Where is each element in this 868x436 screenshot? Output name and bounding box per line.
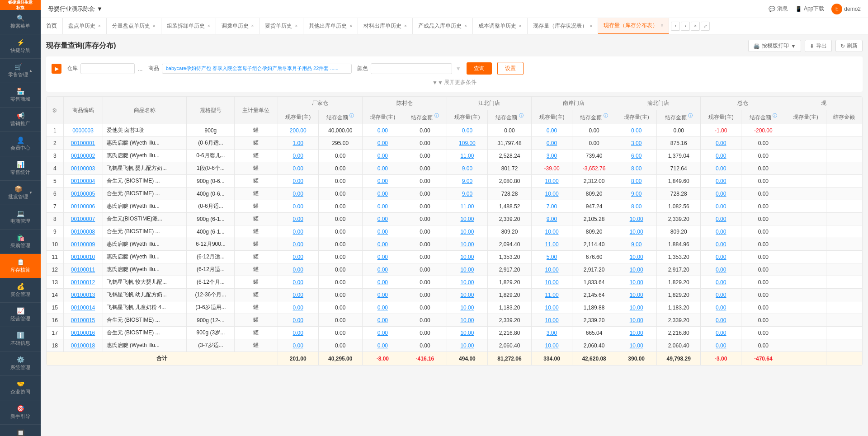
filter-toggle-btn[interactable]: ▶	[52, 64, 61, 74]
sidebar-item-apps[interactable]: 🔲 应用中心	[0, 425, 41, 436]
sidebar-item-wholesale[interactable]: 📦 批发管理 ▼	[0, 181, 41, 205]
message-btn[interactable]: 💬 消息	[769, 5, 788, 13]
color-dropdown[interactable]: ▼	[456, 66, 461, 72]
cell-na-qty[interactable]: 0.00	[531, 137, 572, 150]
cell-cp-qty[interactable]: 0.00	[362, 301, 403, 314]
cell-na-qty[interactable]: 11.00	[531, 289, 572, 301]
cell-code[interactable]: 00100007	[63, 213, 103, 225]
cell-jb-qty[interactable]: 0.00	[447, 124, 487, 137]
cell-total-qty[interactable]: 0.00	[701, 225, 741, 238]
tab-order[interactable]: 要货单历史 ×	[259, 18, 303, 34]
tab-close-product[interactable]: ×	[464, 23, 467, 28]
cell-yb-qty[interactable]: 10.00	[616, 314, 657, 327]
cell-f-qty[interactable]: 0.00	[278, 188, 318, 200]
tab-close-stocktake[interactable]: ×	[98, 23, 101, 28]
cell-na-qty[interactable]: 10.00	[531, 263, 572, 276]
tab-close-cost[interactable]: ×	[519, 23, 522, 28]
tab-assembly[interactable]: 组装拆卸单历史 ×	[161, 18, 216, 34]
cell-cp-qty[interactable]: 0.00	[362, 327, 403, 339]
cell-f-qty[interactable]: 0.00	[278, 175, 318, 188]
warehouse-input[interactable]	[80, 63, 135, 74]
cell-na-qty[interactable]: 0.00	[531, 124, 572, 137]
cell-na-qty[interactable]: 9.00	[531, 213, 572, 225]
tab-stock-dist[interactable]: 现存量（库存分布表） ×	[598, 18, 669, 34]
cell-f-qty[interactable]: 0.00	[278, 251, 318, 263]
sidebar-item-operations[interactable]: 📈 经营管理	[0, 303, 41, 327]
sidebar-item-ecommerce[interactable]: 💻 电商管理	[0, 205, 41, 230]
cell-f-qty[interactable]: 0.00	[278, 150, 318, 162]
cell-f-qty[interactable]: 0.00	[278, 238, 318, 251]
cell-cp-qty[interactable]: 0.00	[362, 263, 403, 276]
cell-code[interactable]: 00100016	[63, 327, 103, 339]
cell-jb-qty[interactable]: 10.00	[447, 339, 487, 352]
tab-material-outbound[interactable]: 材料出库单历史 ×	[358, 18, 413, 34]
tab-transfer[interactable]: 调拨单历史 ×	[216, 18, 260, 34]
cell-f-qty[interactable]: 0.00	[278, 200, 318, 213]
cell-jb-qty[interactable]: 10.00	[447, 289, 487, 301]
cell-code[interactable]: 00100011	[63, 263, 103, 276]
cell-total-qty[interactable]: 0.00	[701, 251, 741, 263]
color-input[interactable]	[371, 63, 452, 74]
cell-f-qty[interactable]: 0.00	[278, 289, 318, 301]
cell-jb-qty[interactable]: 9.00	[447, 175, 487, 188]
cell-total-qty[interactable]: 0.00	[701, 301, 741, 314]
cell-yb-qty[interactable]: 10.00	[616, 225, 657, 238]
cell-total-qty[interactable]: 0.00	[701, 188, 741, 200]
sidebar-item-collab[interactable]: 🤝 企业协同	[0, 376, 41, 400]
cell-f-qty[interactable]: 0.00	[278, 327, 318, 339]
cell-yb-qty[interactable]: 8.00	[616, 162, 657, 175]
cell-jb-qty[interactable]: 10.00	[447, 276, 487, 289]
tab-home[interactable]: 首页	[41, 18, 63, 34]
cell-yb-qty[interactable]: 0.00	[616, 124, 657, 137]
cell-total-qty[interactable]: 0.00	[701, 175, 741, 188]
cell-na-qty[interactable]: 10.00	[531, 301, 572, 314]
cell-yb-qty[interactable]: 9.00	[616, 238, 657, 251]
setting-btn[interactable]: 设置	[497, 62, 524, 75]
cell-cp-qty[interactable]: 0.00	[362, 162, 403, 175]
cell-na-qty[interactable]: -39.00	[531, 162, 572, 175]
sidebar-item-stats[interactable]: 📊 零售统计	[0, 156, 41, 181]
industry-dropdown[interactable]: 母婴行业演示陈套 ▼	[48, 5, 103, 13]
cell-yb-qty[interactable]: 10.00	[616, 263, 657, 276]
sidebar-item-search[interactable]: 🔍 搜索英单	[0, 10, 41, 34]
sidebar-item-mall[interactable]: 🏪 零售商城	[0, 83, 41, 108]
cell-code[interactable]: 00100003	[63, 162, 103, 175]
print-btn[interactable]: 🖨️ 按模版打印 ▼	[748, 40, 801, 52]
cell-total-qty[interactable]: 0.00	[701, 162, 741, 175]
cell-total-qty[interactable]: 0.00	[701, 289, 741, 301]
cell-jb-qty[interactable]: 11.00	[447, 150, 487, 162]
cell-cp-qty[interactable]: 0.00	[362, 339, 403, 352]
cell-na-qty[interactable]: 10.00	[531, 225, 572, 238]
cell-total-qty[interactable]: -1.00	[701, 124, 741, 137]
cell-f-qty[interactable]: 0.00	[278, 225, 318, 238]
cell-cp-qty[interactable]: 0.00	[362, 314, 403, 327]
cell-cp-qty[interactable]: 0.00	[362, 150, 403, 162]
cell-yb-qty[interactable]: 8.00	[616, 175, 657, 188]
cell-cp-qty[interactable]: 0.00	[362, 188, 403, 200]
cell-code[interactable]: 0000003	[63, 124, 103, 137]
cell-code[interactable]: 00100014	[63, 301, 103, 314]
cell-cp-qty[interactable]: 0.00	[362, 225, 403, 238]
cell-na-qty[interactable]: 11.00	[531, 238, 572, 251]
cell-code[interactable]: 00100018	[63, 339, 103, 352]
sidebar-item-system[interactable]: ⚙️ 系统管理	[0, 352, 41, 376]
nav-expand[interactable]: ⤢	[701, 22, 710, 31]
cell-f-qty[interactable]: 0.00	[278, 213, 318, 225]
expand-btn[interactable]: ▼▼ 展开更多条件	[432, 79, 476, 86]
tab-close-order[interactable]: ×	[295, 23, 297, 28]
cell-f-qty[interactable]: 0.00	[278, 276, 318, 289]
cell-jb-qty[interactable]: 10.00	[447, 263, 487, 276]
cell-code[interactable]: 00100009	[63, 238, 103, 251]
cell-na-qty[interactable]: 10.00	[531, 314, 572, 327]
cell-jb-qty[interactable]: 11.00	[447, 200, 487, 213]
cell-jb-qty[interactable]: 10.00	[447, 251, 487, 263]
cell-f-qty[interactable]: 1.00	[278, 137, 318, 150]
tab-sub-stocktake[interactable]: 分量盘点单历史 ×	[107, 18, 161, 34]
cell-na-qty[interactable]: 10.00	[531, 188, 572, 200]
sidebar-item-marketing[interactable]: 📢 营销推广	[0, 108, 41, 132]
cell-yb-qty[interactable]: 10.00	[616, 339, 657, 352]
cell-yb-qty[interactable]: 10.00	[616, 301, 657, 314]
cell-na-qty[interactable]: 3.00	[531, 150, 572, 162]
tab-stock-status[interactable]: 现存量（库存状况表） ×	[528, 18, 599, 34]
sidebar-item-finance[interactable]: 💰 资金管理	[0, 278, 41, 303]
